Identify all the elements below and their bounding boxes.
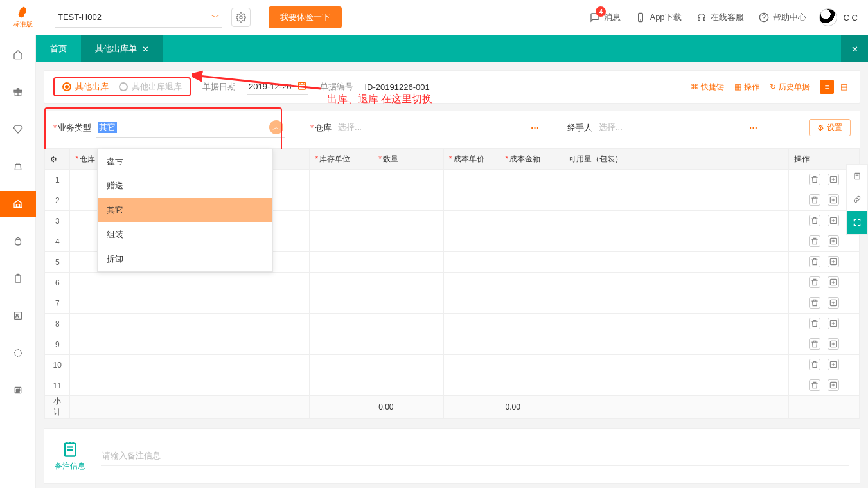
dock-link-icon[interactable] bbox=[847, 188, 867, 211]
svg-rect-1 bbox=[639, 13, 643, 21]
delete-row-icon[interactable] bbox=[809, 256, 820, 267]
warehouse-field: *仓库 选择... ⋯ bbox=[310, 119, 542, 136]
add-row-icon[interactable] bbox=[828, 276, 839, 288]
close-all-tabs[interactable]: ✕ bbox=[841, 35, 868, 62]
delete-row-icon[interactable] bbox=[809, 194, 820, 206]
view-grid-icon[interactable]: ▤ bbox=[837, 80, 851, 94]
col-cost-price: *成本单价 bbox=[443, 149, 500, 170]
chevron-down-icon: ﹀ bbox=[211, 12, 220, 23]
add-row-icon[interactable] bbox=[828, 256, 839, 267]
dropdown-option[interactable]: 组装 bbox=[98, 222, 272, 247]
form-row: *业务类型 其它 ︿ *仓库 选择... ⋯ 经手人 选择... ⋯ bbox=[44, 111, 860, 149]
delete-row-icon[interactable] bbox=[809, 235, 820, 247]
messages-link[interactable]: 4 消息 bbox=[589, 12, 621, 23]
delete-row-icon[interactable] bbox=[809, 379, 820, 391]
footer-actions: 放弃 保存草稿 保存﹀ bbox=[36, 484, 868, 488]
topbar: 标准版 TEST-H002 ﹀ 我要体验一下 4 消息 App下载 在线客服 帮… bbox=[0, 0, 868, 35]
more-icon: ⋯ bbox=[531, 123, 540, 132]
phone-icon bbox=[635, 12, 646, 23]
nav-contact-icon[interactable] bbox=[0, 303, 36, 329]
avatar bbox=[819, 8, 837, 26]
col-unit: *库存单位 bbox=[310, 149, 373, 170]
nav-warehouse-icon[interactable] bbox=[0, 191, 36, 217]
shortcut-link[interactable]: ⌘快捷键 bbox=[691, 82, 724, 93]
nav-sync-icon[interactable] bbox=[0, 340, 36, 366]
svg-point-11 bbox=[16, 314, 18, 316]
delete-row-icon[interactable] bbox=[809, 359, 820, 370]
add-row-icon[interactable] bbox=[828, 338, 839, 350]
business-type-field: *业务类型 其它 ︿ bbox=[53, 118, 285, 138]
add-row-icon[interactable] bbox=[828, 194, 839, 206]
remarks-input[interactable]: 请输入备注信息 bbox=[101, 446, 849, 466]
nav-new-icon[interactable]: 新 bbox=[0, 377, 36, 403]
delete-row-icon[interactable] bbox=[809, 215, 820, 226]
svg-text:新: 新 bbox=[16, 388, 20, 393]
add-row-icon[interactable] bbox=[828, 215, 839, 226]
add-row-icon[interactable] bbox=[828, 359, 839, 370]
table-row[interactable]: 10 bbox=[45, 355, 860, 375]
brand-logo: 标准版 bbox=[10, 6, 36, 29]
dock-note-icon[interactable] bbox=[847, 165, 867, 188]
table-row[interactable]: 7 bbox=[45, 293, 860, 314]
business-type-select[interactable]: 其它 ︿ bbox=[96, 118, 285, 138]
table-row[interactable]: 8 bbox=[45, 314, 860, 334]
nav-home-icon[interactable] bbox=[0, 42, 36, 68]
close-tab-icon[interactable]: ✕ bbox=[142, 44, 149, 54]
try-button[interactable]: 我要体验一下 bbox=[269, 6, 342, 28]
svg-rect-57 bbox=[855, 173, 860, 179]
col-config[interactable]: ⚙ bbox=[45, 149, 70, 170]
dropdown-option[interactable]: 盘亏 bbox=[98, 149, 272, 174]
history-link[interactable]: ↻历史单据 bbox=[770, 82, 810, 93]
nav-bag-icon[interactable] bbox=[0, 154, 36, 179]
add-row-icon[interactable] bbox=[828, 318, 839, 329]
delete-row-icon[interactable] bbox=[809, 276, 820, 288]
view-list-icon[interactable]: ≡ bbox=[820, 80, 834, 94]
svg-point-12 bbox=[14, 350, 21, 357]
top-actions: 4 消息 App下载 在线客服 帮助中心 bbox=[589, 12, 806, 23]
delete-row-icon[interactable] bbox=[809, 297, 820, 309]
handler-select[interactable]: 选择... ⋯ bbox=[598, 119, 760, 136]
tab-other-out[interactable]: 其他出库单 ✕ bbox=[81, 35, 163, 62]
help-link[interactable]: 帮助中心 bbox=[758, 12, 806, 23]
nav-gift-icon[interactable] bbox=[0, 79, 36, 105]
nav-diamond-icon[interactable] bbox=[0, 116, 36, 142]
user-menu[interactable]: C C bbox=[819, 8, 858, 26]
delete-row-icon[interactable] bbox=[809, 174, 820, 185]
delete-row-icon[interactable] bbox=[809, 338, 820, 350]
nav-clipboard-icon[interactable] bbox=[0, 266, 36, 291]
dock-expand-icon[interactable] bbox=[847, 211, 867, 234]
dropdown-option[interactable]: 赠送 bbox=[98, 174, 272, 198]
date-field[interactable]: 2019-12-26 bbox=[247, 79, 308, 95]
svg-rect-15 bbox=[298, 82, 305, 89]
header-actions: ⌘快捷键 ▦操作 ↻历史单据 ≡ ▤ bbox=[691, 80, 851, 94]
add-row-icon[interactable] bbox=[828, 379, 839, 391]
add-row-icon[interactable] bbox=[828, 297, 839, 309]
dropdown-option[interactable]: 其它 bbox=[98, 198, 272, 222]
radio-other-return[interactable]: 其他出库退库 bbox=[119, 81, 182, 93]
view-toggle: ≡ ▤ bbox=[820, 80, 851, 94]
out-return-radio-group: 其他出库 其他出库退库 bbox=[53, 77, 191, 96]
document-header: 其他出库 其他出库退库 单据日期 2019-12-26 单据编号 ID-2019… bbox=[44, 70, 860, 104]
settings-gear[interactable] bbox=[231, 8, 251, 27]
customer-service-link[interactable]: 在线客服 bbox=[696, 12, 744, 23]
right-dock bbox=[846, 164, 868, 235]
tab-bar: 首页 其他出库单 ✕ ✕ bbox=[36, 35, 868, 62]
business-type-dropdown: 盘亏赠送其它组装拆卸 bbox=[97, 149, 273, 272]
add-row-icon[interactable] bbox=[828, 174, 839, 185]
operation-link[interactable]: ▦操作 bbox=[734, 82, 759, 93]
settings-button[interactable]: ⚙ 设置 bbox=[809, 119, 851, 136]
tab-home[interactable]: 首页 bbox=[36, 35, 81, 62]
store-selector[interactable]: TEST-H002 ﹀ bbox=[55, 8, 222, 28]
delete-row-icon[interactable] bbox=[809, 318, 820, 329]
app-download-link[interactable]: App下载 bbox=[635, 12, 681, 23]
table-row[interactable]: 6 bbox=[45, 273, 860, 293]
annotation-top: 出库、退库 在这里切换 bbox=[327, 93, 432, 106]
radio-other-out[interactable]: 其他出库 bbox=[62, 81, 109, 93]
table-row[interactable]: 9 bbox=[45, 334, 860, 355]
warehouse-select[interactable]: 选择... ⋯ bbox=[337, 119, 542, 136]
add-row-icon[interactable] bbox=[828, 235, 839, 247]
nav-money-bag-icon[interactable] bbox=[0, 228, 36, 254]
table-row[interactable]: 11 bbox=[45, 375, 860, 396]
keyboard-icon: ⌘ bbox=[691, 82, 698, 91]
dropdown-option[interactable]: 拆卸 bbox=[98, 247, 272, 271]
